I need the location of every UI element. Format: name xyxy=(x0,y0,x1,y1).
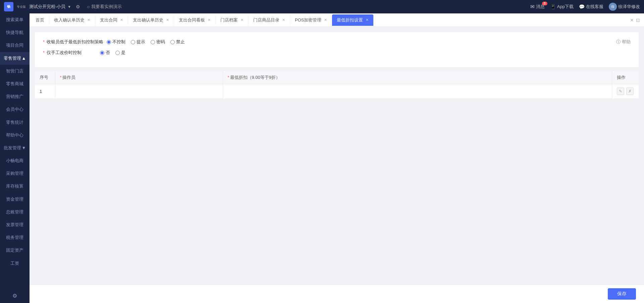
operator-required-star: * xyxy=(60,75,62,80)
discount-table: 序号 *操作员 *最低折扣（9.00等于9折） 操作 xyxy=(35,71,639,99)
main-layout: 搜索菜单 快捷导航 项目合同 零售管理 ▲ 智营门店 零售商城 营销推广 会员中… xyxy=(0,13,644,303)
sidebar-item-shortcut[interactable]: 快捷导航 xyxy=(0,26,30,39)
radio-forbid[interactable]: 禁止 xyxy=(170,39,185,45)
tab-bar: 首页 收入确认单历史 ✕ 支出合同 ✕ 支出确认单历史 ✕ 支出合同看板 ✕ 门… xyxy=(30,13,644,27)
radio-forbid-label: 禁止 xyxy=(176,39,185,45)
sidebar-item-inventory[interactable]: 库存核算 xyxy=(0,180,30,193)
sidebar-item-online-store[interactable]: 零售商城 xyxy=(0,78,30,90)
radio-forbid-input[interactable] xyxy=(170,40,175,44)
demo-link[interactable]: ○ 我要看实例演示 xyxy=(87,4,121,10)
radio-no-control[interactable]: 不控制 xyxy=(107,39,125,45)
expand-tab-icon[interactable]: ⊡ xyxy=(636,17,640,23)
radio-password[interactable]: 密码 xyxy=(151,39,165,45)
sidebar-item-member[interactable]: 会员中心 xyxy=(0,103,30,116)
radio-no-control-input[interactable] xyxy=(107,40,111,44)
radio-manual-yes[interactable]: 是 xyxy=(115,50,125,56)
col-header-action: 操作 xyxy=(612,71,639,84)
sidebar-item-invoice[interactable]: 发票管理 xyxy=(0,218,30,231)
tab-close-payment-contract[interactable]: ✕ xyxy=(120,18,123,22)
tab-close-store-products[interactable]: ✕ xyxy=(282,18,285,22)
tab-payment-contract[interactable]: 支出合同 ✕ xyxy=(95,14,128,26)
cell-seq: 1 xyxy=(35,84,55,99)
help-link[interactable]: ⓘ 帮助 xyxy=(616,39,631,45)
page-content: * 收银员低于最低折扣控制策略 不控制 提示 xyxy=(30,27,644,285)
discount-control-options: 不控制 提示 密码 禁止 xyxy=(107,39,185,45)
sidebar-item-ecommerce[interactable]: 小畅电商 xyxy=(0,154,30,167)
content-area: 首页 收入确认单历史 ✕ 支出合同 ✕ 支出确认单历史 ✕ 支出合同看板 ✕ 门… xyxy=(30,13,644,303)
radio-no-control-label: 不控制 xyxy=(112,39,125,45)
app-download-button[interactable]: 📱 App下载 xyxy=(550,4,574,10)
radio-manual-yes-label: 是 xyxy=(121,50,125,56)
tab-close-payment-history[interactable]: ✕ xyxy=(166,18,169,22)
tab-payment-history[interactable]: 支出确认单历史 ✕ xyxy=(128,14,174,26)
messages-badge: 8 xyxy=(542,2,547,5)
tab-close-payment-board[interactable]: ✕ xyxy=(208,18,211,22)
sidebar-settings-icon[interactable]: ⚙ xyxy=(0,289,30,303)
tab-close-min-discount[interactable]: ✕ xyxy=(366,18,369,22)
sidebar-item-project[interactable]: 项目合同 xyxy=(0,39,30,52)
tab-income-history-label: 收入确认单历史 xyxy=(54,17,85,23)
col-header-min-discount: *最低折扣（9.00等于9折） xyxy=(223,71,612,84)
cell-min-discount xyxy=(223,84,612,99)
sidebar-item-retail-stat[interactable]: 零售统计 xyxy=(0,116,30,129)
sidebar-item-purchase[interactable]: 采购管理 xyxy=(0,167,30,180)
avatar: 徐 xyxy=(609,3,617,11)
table-body: 1 ✎ ✗ xyxy=(35,84,639,99)
radio-manual-yes-input[interactable] xyxy=(115,51,120,55)
question-icon: ⓘ xyxy=(616,39,621,45)
tab-income-history[interactable]: 收入确认单历史 ✕ xyxy=(49,14,95,26)
app-download-label: App下载 xyxy=(557,4,574,10)
sidebar-item-retail[interactable]: 零售管理 ▲ xyxy=(0,52,30,65)
sidebar-item-marketing[interactable]: 营销推广 xyxy=(0,90,30,103)
required-star: * xyxy=(43,39,45,44)
tab-store-archive[interactable]: 门店档案 ✕ xyxy=(216,14,249,26)
row-action-btns: ✎ ✗ xyxy=(617,88,634,95)
online-service-button[interactable]: 💬 在线客服 xyxy=(579,4,603,10)
radio-remind[interactable]: 提示 xyxy=(131,39,145,45)
sidebar-item-search[interactable]: 搜索菜单 xyxy=(0,13,30,26)
discount-control-row: * 收银员低于最低折扣控制策略 不控制 提示 xyxy=(43,39,631,45)
sidebar-item-smart-store[interactable]: 智营门店 xyxy=(0,65,30,78)
sidebar-item-finance[interactable]: 资金管理 xyxy=(0,193,30,206)
radio-manual-no-input[interactable] xyxy=(100,51,104,55)
manual-control-row: * 仅手工改价时控制 否 是 xyxy=(43,50,631,56)
tab-store-products[interactable]: 门店商品目录 ✕ xyxy=(249,14,290,26)
close-tab-icon[interactable]: ✕ xyxy=(630,17,634,23)
app-edition: 专业版 xyxy=(17,5,26,9)
sidebar: 搜索菜单 快捷导航 项目合同 零售管理 ▲ 智营门店 零售商城 营销推广 会员中… xyxy=(0,13,30,303)
table-row: 1 ✎ ✗ xyxy=(35,84,639,99)
top-bar-right: ✉ 8 消息 📱 App下载 💬 在线客服 徐 徐泽华修改 xyxy=(530,3,640,11)
tab-home[interactable]: 首页 xyxy=(31,14,49,26)
radio-password-input[interactable] xyxy=(151,40,155,44)
save-button[interactable]: 保存 xyxy=(608,288,636,300)
tab-pos-password[interactable]: POS加密管理 ✕ xyxy=(290,14,332,26)
radio-manual-no[interactable]: 否 xyxy=(100,50,110,56)
chevron-down-icon: ▼ xyxy=(67,5,71,9)
footer-bar: 保存 xyxy=(30,285,644,303)
project-name: 测试分开完程-小贝 xyxy=(29,4,65,10)
project-selector[interactable]: 测试分开完程-小贝 ▼ xyxy=(29,4,71,10)
messages-button[interactable]: ✉ 8 消息 xyxy=(530,4,545,10)
tab-store-products-label: 门店商品目录 xyxy=(253,17,279,23)
sidebar-item-salary[interactable]: 工资 xyxy=(0,257,30,270)
tab-close-store-archive[interactable]: ✕ xyxy=(240,18,244,22)
sidebar-item-accounting[interactable]: 总账管理 xyxy=(0,206,30,218)
sidebar-item-help[interactable]: 帮助中心 xyxy=(0,129,30,142)
tab-close-income-history[interactable]: ✕ xyxy=(87,18,90,22)
table-header-row: 序号 *操作员 *最低折扣（9.00等于9折） 操作 xyxy=(35,71,639,84)
edit-row-button[interactable]: ✎ xyxy=(617,88,624,95)
sidebar-item-fixed-assets[interactable]: 固定资产 xyxy=(0,244,30,257)
sidebar-item-wholesale[interactable]: 批发管理 ▼ xyxy=(0,142,30,154)
user-menu-button[interactable]: 徐 徐泽华修改 xyxy=(609,3,640,11)
delete-row-button[interactable]: ✗ xyxy=(626,88,634,95)
tab-min-discount[interactable]: 最低折扣设置 ✕ xyxy=(332,14,374,26)
radio-remind-input[interactable] xyxy=(131,40,135,44)
settings-icon[interactable]: ⚙ xyxy=(76,4,80,9)
discount-control-label-text: 收银员低于最低折扣控制策略 xyxy=(47,39,103,44)
tab-payment-board[interactable]: 支出合同看板 ✕ xyxy=(174,14,216,26)
tab-close-pos-password[interactable]: ✕ xyxy=(324,18,327,22)
table-wrapper: 序号 *操作员 *最低折扣（9.00等于9折） 操作 xyxy=(35,71,639,99)
tab-bar-actions: ✕ ⊡ xyxy=(627,17,643,23)
discount-control-label: * 收银员低于最低折扣控制策略 xyxy=(43,39,103,45)
sidebar-item-tax[interactable]: 税务管理 xyxy=(0,231,30,244)
